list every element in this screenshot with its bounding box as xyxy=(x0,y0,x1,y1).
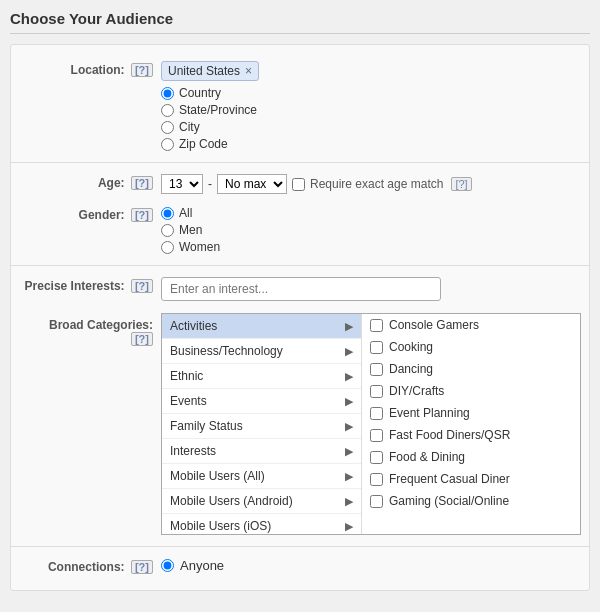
age-min-select[interactable]: 13141516 17181920 21253035 xyxy=(161,174,203,194)
category-mobile-all[interactable]: Mobile Users (All)▶ xyxy=(162,464,361,489)
gender-row: Gender: [?] All Men Women xyxy=(11,200,589,260)
location-remove[interactable]: × xyxy=(245,64,252,78)
category-ethnic[interactable]: Ethnic▶ xyxy=(162,364,361,389)
right-item-diy-crafts[interactable]: DIY/Crafts xyxy=(362,380,580,402)
category-business-technology[interactable]: Business/Technology▶ xyxy=(162,339,361,364)
precise-interests-row: Precise Interests: [?] xyxy=(11,271,589,307)
right-item-console-gamers[interactable]: Console Gamers xyxy=(362,314,580,336)
gender-content: All Men Women xyxy=(161,206,579,254)
location-country-radio[interactable] xyxy=(161,87,174,100)
location-country-option[interactable]: Country xyxy=(161,86,579,100)
checkbox-event-planning[interactable] xyxy=(370,407,383,420)
age-content: 13141516 17181920 21253035 - No max14151… xyxy=(161,174,579,194)
checkbox-console-gamers[interactable] xyxy=(370,319,383,332)
right-item-dancing[interactable]: Dancing xyxy=(362,358,580,380)
divider-3 xyxy=(11,546,589,547)
checkbox-fast-food[interactable] xyxy=(370,429,383,442)
checkbox-diy-crafts[interactable] xyxy=(370,385,383,398)
broad-categories-label: Broad Categories: [?] xyxy=(21,313,161,346)
right-item-cooking[interactable]: Cooking xyxy=(362,336,580,358)
category-mobile-android[interactable]: Mobile Users (Android)▶ xyxy=(162,489,361,514)
location-content: United States × Country State/Province xyxy=(161,61,579,151)
broad-categories-help[interactable]: [?] xyxy=(131,332,153,346)
category-activities[interactable]: Activities▶ xyxy=(162,314,361,339)
connections-row: Connections: [?] Anyone xyxy=(11,552,589,580)
age-separator: - xyxy=(208,177,212,191)
right-item-frequent-casual[interactable]: Frequent Casual Diner xyxy=(362,468,580,490)
location-city-option[interactable]: City xyxy=(161,120,579,134)
gender-women-option[interactable]: Women xyxy=(161,240,579,254)
broad-categories-content: Activities▶ Business/Technology▶ Ethnic▶… xyxy=(161,313,581,535)
age-help[interactable]: [?] xyxy=(131,176,153,190)
exact-age-help[interactable]: [?] xyxy=(451,177,471,191)
location-tag: United States × xyxy=(161,61,259,81)
connections-anyone-radio[interactable] xyxy=(161,559,174,572)
right-item-food-dining[interactable]: Food & Dining xyxy=(362,446,580,468)
category-family-status[interactable]: Family Status▶ xyxy=(162,414,361,439)
checkbox-cooking[interactable] xyxy=(370,341,383,354)
location-label: Location: [?] xyxy=(21,61,161,77)
categories-right-list: Console Gamers Cooking Dancing DIY/ xyxy=(362,314,580,534)
gender-all-radio[interactable] xyxy=(161,207,174,220)
gender-group: All Men Women xyxy=(161,206,579,254)
exact-age-checkbox[interactable] xyxy=(292,178,305,191)
right-item-event-planning[interactable]: Event Planning xyxy=(362,402,580,424)
gender-all-option[interactable]: All xyxy=(161,206,579,220)
age-max-select[interactable]: No max141516 17181920 21253035 xyxy=(217,174,287,194)
divider-2 xyxy=(11,265,589,266)
precise-interests-content xyxy=(161,277,579,301)
broad-categories-wrapper: Activities▶ Business/Technology▶ Ethnic▶… xyxy=(161,313,581,535)
category-mobile-ios[interactable]: Mobile Users (iOS)▶ xyxy=(162,514,361,534)
right-item-fast-food[interactable]: Fast Food Diners/QSR xyxy=(362,424,580,446)
location-row: Location: [?] United States × Country xyxy=(11,55,589,157)
page-container: Choose Your Audience Location: [?] Unite… xyxy=(0,0,600,609)
location-city-radio[interactable] xyxy=(161,121,174,134)
category-interests[interactable]: Interests▶ xyxy=(162,439,361,464)
precise-interests-label: Precise Interests: [?] xyxy=(21,277,161,293)
precise-interests-input[interactable] xyxy=(161,277,441,301)
right-item-gaming-social[interactable]: Gaming (Social/Online xyxy=(362,490,580,512)
age-row: Age: [?] 13141516 17181920 21253035 - No… xyxy=(11,168,589,200)
gender-men-option[interactable]: Men xyxy=(161,223,579,237)
gender-women-radio[interactable] xyxy=(161,241,174,254)
checkbox-food-dining[interactable] xyxy=(370,451,383,464)
checkbox-dancing[interactable] xyxy=(370,363,383,376)
location-help[interactable]: [?] xyxy=(131,63,153,77)
checkbox-gaming-social[interactable] xyxy=(370,495,383,508)
categories-left-list: Activities▶ Business/Technology▶ Ethnic▶… xyxy=(162,314,361,534)
connections-content: Anyone xyxy=(161,558,579,573)
location-state-radio[interactable] xyxy=(161,104,174,117)
precise-interests-help[interactable]: [?] xyxy=(131,279,153,293)
connections-label: Connections: [?] xyxy=(21,558,161,574)
location-zip-option[interactable]: Zip Code xyxy=(161,137,579,151)
broad-categories-row: Broad Categories: [?] Activities▶ Busine… xyxy=(11,307,589,541)
audience-form: Location: [?] United States × Country xyxy=(10,44,590,591)
exact-age-label: Require exact age match xyxy=(310,177,443,191)
location-zip-radio[interactable] xyxy=(161,138,174,151)
gender-help[interactable]: [?] xyxy=(131,208,153,222)
age-label: Age: [?] xyxy=(21,174,161,190)
divider-1 xyxy=(11,162,589,163)
category-events[interactable]: Events▶ xyxy=(162,389,361,414)
location-state-option[interactable]: State/Province xyxy=(161,103,579,117)
connections-help[interactable]: [?] xyxy=(131,560,153,574)
location-type-group: Country State/Province City Zip Code xyxy=(161,86,579,151)
gender-label: Gender: [?] xyxy=(21,206,161,222)
page-title: Choose Your Audience xyxy=(10,10,590,34)
gender-men-radio[interactable] xyxy=(161,224,174,237)
checkbox-frequent-casual[interactable] xyxy=(370,473,383,486)
